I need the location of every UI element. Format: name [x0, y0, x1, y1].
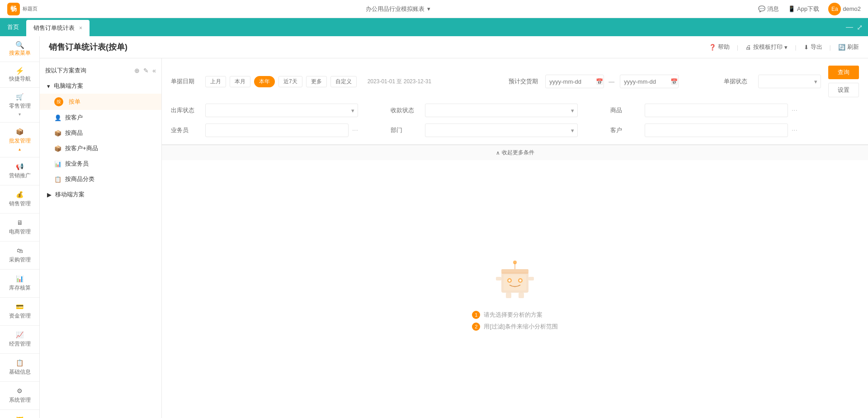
sidebar-item-quicknav[interactable]: ⚡ 快捷导航: [0, 62, 39, 88]
svg-rect-8: [501, 269, 528, 274]
tab-close-icon[interactable]: ×: [79, 25, 82, 31]
ship-status-select[interactable]: 未出库 部分出库 已出库: [205, 104, 358, 117]
sidebar-item-operation[interactable]: 📈 经营管理: [0, 326, 39, 354]
help-button[interactable]: ❓ 帮助: [709, 43, 730, 51]
hint-text-1: 请先选择要分析的方案: [484, 311, 542, 319]
hint-num-1: 1: [472, 311, 480, 319]
page-title: 销售订单统计表(按单): [49, 42, 127, 52]
collapse-label: 收起更多条件: [502, 149, 534, 157]
product-dots[interactable]: ···: [792, 106, 797, 114]
edit-scheme-icon[interactable]: ✎: [143, 67, 149, 74]
sidebar-item-stock[interactable]: 📊 库存核算: [0, 270, 39, 298]
settings-button[interactable]: 设置: [828, 83, 859, 97]
status-select-wrapper: 待审核 已审核 已完成: [758, 75, 821, 88]
export-button[interactable]: ⬇ 导出: [804, 43, 822, 51]
date-btn-thismonth[interactable]: 本月: [230, 76, 250, 87]
tab-minimize-icon[interactable]: —: [846, 23, 853, 31]
tree-section-pc[interactable]: ▾ 电脑端方案: [40, 78, 161, 94]
collapse-bar[interactable]: ∧ 收起更多条件: [162, 145, 868, 160]
date-btn-custom[interactable]: 自定义: [330, 76, 357, 87]
sidebar-ecommerce-label: 电商管理: [9, 228, 31, 236]
message-icon: 💬: [758, 5, 765, 12]
tree-item-byproduct[interactable]: 📦 按商品: [40, 125, 161, 141]
hint-1: 1 请先选择要分析的方案: [472, 311, 557, 319]
top-bar-left: 畅 标题页: [7, 3, 38, 15]
ship-status-select-wrapper: 未出库 部分出库 已出库: [205, 104, 358, 117]
product-input[interactable]: [645, 104, 788, 117]
user-menu[interactable]: Ea demo2: [828, 3, 861, 15]
wholesale-expand-icon: ▴: [19, 147, 21, 152]
tab-sales-order-stats[interactable]: 销售订单统计表 ×: [26, 20, 90, 36]
tree-byorder-label: 按单: [69, 98, 80, 106]
payment-status-select-wrapper: 未收款 部分收款 已收款: [425, 104, 578, 117]
tree-item-bycustprod[interactable]: 📦 按客户+商品: [40, 141, 161, 156]
tree-mobile-expand-icon: ▶: [47, 191, 52, 198]
svg-point-10: [513, 261, 517, 264]
tree-item-bycustomer[interactable]: 👤 按客户: [40, 110, 161, 125]
sidebar-item-purchase[interactable]: 🛍 采购管理: [0, 242, 39, 270]
sidebar-basic-label: 基础信息: [9, 368, 31, 376]
message-button[interactable]: 💬 消息: [758, 5, 779, 13]
sidebar-item-retail[interactable]: 🛒 零售管理 ▾: [0, 88, 39, 123]
tree-mobile-label: 移动端方案: [55, 190, 85, 199]
status-select[interactable]: 待审核 已审核 已完成: [758, 75, 821, 88]
avatar: Ea: [828, 3, 841, 15]
svg-rect-1: [504, 275, 526, 290]
sales-dots[interactable]: ···: [352, 126, 358, 134]
template-print-button[interactable]: 🖨 按模板打印 ▾: [745, 43, 788, 51]
product-label: 商品: [610, 106, 637, 114]
tree-item-bysales[interactable]: 📊 按业务员: [40, 156, 161, 171]
sales-input[interactable]: [205, 124, 349, 137]
tree-section-mobile[interactable]: ▶ 移动端方案: [40, 187, 161, 202]
date-btn-thisyear[interactable]: 本年: [254, 76, 275, 87]
query-button[interactable]: 查询: [828, 66, 859, 79]
tree-pc-label: 电脑端方案: [54, 82, 83, 90]
sidebar-item-cooperation[interactable]: 🤝 企业协同: [0, 410, 39, 418]
customer-dots[interactable]: ···: [792, 126, 797, 134]
date-btn-more[interactable]: 更多: [306, 76, 327, 87]
sidebar-item-basic[interactable]: 📋 基础信息: [0, 354, 39, 382]
sidebar-item-wholesale[interactable]: 📦 批发管理 ▴: [0, 123, 39, 157]
refresh-button[interactable]: 🔄 刷新: [838, 43, 859, 51]
sidebar-retail-label: 零售管理: [9, 102, 31, 110]
sidebar-item-finance[interactable]: 💳 资金管理: [0, 298, 39, 326]
sidebar-item-ecommerce[interactable]: 🖥 电商管理: [0, 214, 39, 242]
sidebar-item-system[interactable]: ⚙ 系统管理: [0, 382, 39, 410]
filter-row-2: 出库状态 未出库 部分出库 已出库 收款状态: [171, 104, 859, 117]
content-body: 按以下方案查询 ⊕ ✎ « ▾ 电脑端方案 按 按单: [40, 58, 868, 418]
customer-input[interactable]: [645, 124, 788, 137]
payment-status-select[interactable]: 未收款 部分收款 已收款: [425, 104, 578, 117]
sidebar-item-marketing[interactable]: 📢 营销推广: [0, 157, 39, 185]
sidebar-item-sales[interactable]: 💰 销售管理: [0, 185, 39, 214]
sales-label: 业务员: [171, 126, 198, 134]
customer-input-area: ···: [645, 124, 797, 137]
expected-date-to[interactable]: [620, 75, 679, 88]
collapse-panel-icon[interactable]: «: [152, 67, 156, 74]
dept-select[interactable]: [425, 124, 578, 137]
tree-item-byorder[interactable]: 按 按单: [40, 94, 161, 110]
sidebar-purchase-label: 采购管理: [9, 256, 31, 264]
right-panel: 单据日期 上月 本月 本年 近7天 更多 自定义 2023-01-01 至 20…: [162, 58, 868, 418]
ship-status-label: 出库状态: [171, 106, 198, 114]
sidebar-operation-label: 经营管理: [9, 340, 31, 348]
tree-expand-icon: ▾: [47, 83, 50, 90]
left-panel-title: 按以下方案查询: [45, 66, 86, 75]
date-btn-group: 上月 本月 本年 近7天 更多 自定义: [205, 76, 357, 87]
empty-illustration: [488, 247, 542, 302]
page-actions: ❓ 帮助 | 🖨 按模板打印 ▾ | ⬇ 导出 | 🔄 刷新: [709, 43, 859, 51]
date-btn-7days[interactable]: 近7天: [278, 76, 302, 87]
tree-item-bycategory[interactable]: 📋 按商品分类: [40, 171, 161, 187]
sidebar-item-search[interactable]: 🔍 搜索菜单: [0, 36, 39, 62]
tree-bysales-label: 按业务员: [65, 160, 89, 168]
tab-maximize-icon[interactable]: ⤢: [857, 23, 863, 32]
print-icon: 🖨: [745, 44, 751, 51]
add-scheme-icon[interactable]: ⊕: [134, 67, 140, 74]
sidebar-marketing-label: 营销推广: [9, 172, 31, 180]
app-download-button[interactable]: 📱 App下载: [788, 5, 819, 13]
date-btn-lastmonth[interactable]: 上月: [205, 76, 226, 87]
app-name-selector[interactable]: 办公用品行业模拟账表 ▾: [366, 5, 430, 13]
tab-home[interactable]: 首页: [0, 18, 26, 36]
help-label: 帮助: [718, 43, 730, 51]
expected-date-from[interactable]: [545, 75, 604, 88]
filter-row-3: 业务员 ··· 部门 客户: [171, 124, 859, 137]
